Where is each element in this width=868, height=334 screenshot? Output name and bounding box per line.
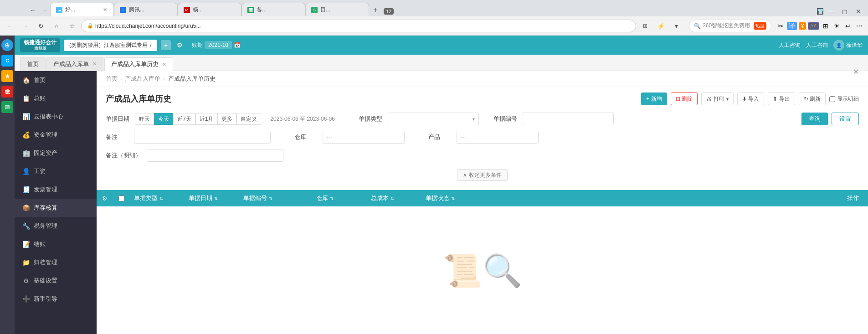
translate-ext-icon[interactable]: 译 [787,22,797,30]
calendar-icon[interactable]: 📅 [234,42,241,48]
address-input-box[interactable]: 🔒 https://cloud.chanjet.com/accounting/u… [81,20,636,32]
add-btn[interactable]: + 新增 [641,92,667,105]
tab-inventory-list[interactable]: 产成品入库单 ✕ [46,57,103,71]
user-service-text[interactable]: 人工咨询 [806,41,828,49]
shirt-icon[interactable]: 👕 [817,8,823,15]
tab-close-btn[interactable]: ✕ [102,6,108,14]
user-service-btn[interactable]: 人工咨询 [779,41,801,49]
refresh-btn[interactable]: ↻ 刷新 [799,92,826,105]
th-settings[interactable]: ⚙ [97,195,113,202]
back-btn[interactable]: ← [4,20,16,32]
refresh-nav-btn[interactable]: ↻ [35,20,47,32]
page-close-btn[interactable]: ✕ [853,67,859,76]
tab-inventory-list-close[interactable]: ✕ [92,61,97,67]
minimize-btn[interactable]: — [825,7,837,15]
dropdown-arrow[interactable]: ▾ [670,20,683,32]
app-icon-star[interactable]: ★ [1,70,13,82]
nav-item-reports[interactable]: 📊 云报表中心 [15,108,97,126]
browser-tab-tencent[interactable]: T 腾讯... [114,3,178,16]
nav-item-tax[interactable]: 🔧 税务管理 [15,217,97,235]
grid-ext-icon[interactable]: ⊞ [821,22,830,30]
browser-tab-m[interactable]: M 畅... [178,3,241,16]
bookmark-btn[interactable]: ☆ [66,20,78,32]
home-nav-btn[interactable]: ⌂ [50,20,63,32]
th-total-cost[interactable]: 总成本 ⇅ [366,194,421,202]
nav-item-payroll[interactable]: 👤 工资 [15,162,97,180]
date-btn-1month[interactable]: 近1月 [195,113,218,125]
th-number[interactable]: 单据编号 ⇅ [239,194,312,202]
th-type[interactable]: 单据类型 ⇅ [129,194,184,202]
nav-item-ledger[interactable]: 📋 总账 [15,89,97,108]
nav-item-basic[interactable]: ⚙ 基础设置 [15,272,97,290]
app-icon-weibo[interactable]: 微 [1,86,13,98]
company-settings-btn[interactable]: ⚙ [175,40,185,50]
theme-ext-icon[interactable]: ☀ [832,22,842,30]
date-btn-today[interactable]: 今天 [154,113,173,125]
number-filter-input[interactable] [523,113,614,125]
nav-item-home[interactable]: 🏠 首页 [15,71,97,89]
nav-item-invoice[interactable]: 🧾 发票管理 [15,180,97,199]
close-window-btn[interactable]: ✕ [853,7,864,15]
th-checkbox[interactable] [113,195,129,201]
date-btn-yesterday[interactable]: 昨天 [135,113,154,125]
browser-tab-s[interactable]: S 目... [305,3,369,16]
company-selector[interactable]: (勿删勿禁用）江西服宝测试专用 ▾ [64,40,157,51]
settings-btn[interactable]: 设置 [832,113,859,125]
warehouse-select-dots: ··· [327,134,332,141]
select-all-checkbox[interactable] [118,195,124,201]
tab-home[interactable]: 首页 [20,57,46,71]
display-cols-checkbox[interactable] [829,96,835,102]
th-date[interactable]: 单据日期 ⇅ [184,194,239,202]
print-btn[interactable]: 🖨 打印 ▾ [701,92,734,105]
nav-item-inventory[interactable]: 📦 库存核算 [15,199,97,217]
forward-btn[interactable]: → [19,20,32,32]
breadcrumb-parent[interactable]: 产成品入库单 [125,75,160,83]
app-icon-mail[interactable]: ✉ [1,101,13,113]
nav-item-close[interactable]: 📝 结账 [15,235,97,253]
browser-back-btn[interactable]: ← [27,5,38,15]
tab-count-badge[interactable]: 12 [382,8,394,16]
browser-forward-btn[interactable]: → [39,5,50,15]
delete-btn[interactable]: ⊟ 删除 [671,92,698,105]
browser-tab-sheets[interactable]: 📊 各... [241,3,305,16]
display-cols-label[interactable]: 显示明细 [829,95,859,103]
import-btn[interactable]: ⬇ 导入 [737,92,764,105]
nav-item-archive[interactable]: 📁 归档管理 [15,253,97,272]
th-warehouse[interactable]: 仓库 ⇅ [312,194,366,202]
user-profile[interactable]: 👤 徐泽华 [833,40,863,51]
query-btn[interactable]: 查询 [801,113,828,125]
warehouse-filter-select[interactable]: ··· [323,131,405,144]
tab-inventory-history[interactable]: 产成品入库单历史 ✕ [104,57,173,71]
app-icon-chanjet[interactable]: C [1,55,13,67]
export-btn[interactable]: ⬆ 导出 [768,92,795,105]
nav-item-fixed-assets[interactable]: 🏢 固定资产 [15,144,97,162]
app-icon-360[interactable]: ⊕ [1,39,13,51]
company-dropdown-icon: ▾ [149,43,152,48]
tab-inventory-history-close[interactable]: ✕ [162,62,166,67]
more-ext-btn[interactable]: ⋯ [854,22,864,30]
product-filter-select[interactable]: ··· [457,131,539,144]
type-filter-select[interactable]: ▾ [388,113,479,125]
detail-remark-input[interactable] [147,149,283,162]
date-btn-more[interactable]: 更多 [217,113,236,125]
browser-tab-active[interactable]: ☁ 好... ✕ [50,3,114,16]
new-tab-btn[interactable]: + [369,4,382,16]
game-ext-icon[interactable]: 🎮 [808,22,819,30]
lightning-btn[interactable]: ⚡ [654,20,667,32]
extensions-btn[interactable]: ⊞ [639,20,652,32]
maximize-btn[interactable]: ◻ [839,7,851,15]
remark-filter-input[interactable] [134,131,271,144]
undo-ext-btn[interactable]: ↩ [843,22,853,30]
payment-ext-icon[interactable]: ¥ [799,22,806,30]
th-status[interactable]: 单据状态 ⇅ [421,194,476,202]
search-bar[interactable]: 🔍 360智能抠图免费用 热搜 [689,20,771,32]
date-btn-7days[interactable]: 近7天 [173,113,195,125]
period-value[interactable]: 2021-10 [205,41,232,49]
date-btn-custom[interactable]: 自定义 [236,113,261,125]
nav-item-guide[interactable]: ➕ 新手引导 [15,290,97,308]
collapse-btn[interactable]: ∧ 收起更多条件 [457,169,508,181]
breadcrumb-home[interactable]: 首页 [106,75,118,83]
add-company-btn[interactable]: + [161,40,171,50]
nav-item-finance[interactable]: 💰 资金管理 [15,126,97,144]
scissors-ext-icon[interactable]: ✂ [776,22,785,30]
